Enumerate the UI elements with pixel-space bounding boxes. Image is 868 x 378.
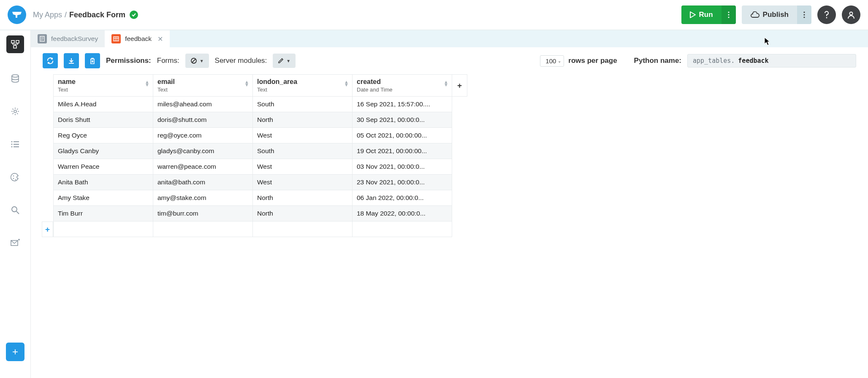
sidebar-add-button[interactable]: +	[6, 343, 24, 361]
column-header-name[interactable]: name Text ▲▼	[54, 75, 153, 97]
table-row[interactable]: Amy Stakeamy@stake.comNorth06 Jan 2022, …	[54, 190, 467, 206]
table-row[interactable]: Doris Shuttdoris@shutt.comNorth30 Sep 20…	[54, 112, 467, 128]
permissions-label: Permissions:	[106, 57, 151, 65]
status-check-icon	[130, 11, 138, 19]
dots-vertical-icon	[728, 11, 730, 18]
refresh-button[interactable]	[43, 53, 58, 68]
sidebar-database-button[interactable]	[8, 71, 23, 86]
cell-email[interactable]: anita@bath.com	[153, 175, 253, 190]
cell-created[interactable]: 18 May 2022, 00:00:0...	[353, 206, 452, 221]
cell-name[interactable]: Miles A.Head	[54, 97, 153, 112]
cell-email[interactable]: tim@burr.com	[153, 206, 253, 221]
tab-label: feedbackSurvey	[51, 35, 98, 43]
cell-area[interactable]: North	[253, 206, 353, 221]
cell-email[interactable]: amy@stake.com	[153, 190, 253, 206]
rows-per-page-select[interactable]: 100 ⌄	[540, 55, 564, 67]
column-header-created[interactable]: created Date and Time ▲▼	[353, 75, 452, 97]
plus-icon: +	[12, 346, 18, 358]
breadcrumb-current[interactable]: Feedback Form	[69, 11, 125, 19]
sort-icon[interactable]: ▲▼	[344, 81, 349, 86]
cell-email[interactable]: miles@ahead.com	[153, 97, 253, 112]
sidebar-list-button[interactable]	[8, 137, 23, 152]
cell-name[interactable]: Doris Shutt	[54, 112, 153, 128]
download-icon	[68, 57, 75, 64]
sort-icon[interactable]: ▲▼	[444, 81, 448, 86]
cell-area[interactable]: North	[253, 112, 353, 128]
empty-cell[interactable]	[253, 221, 353, 237]
add-row-button[interactable]: +	[42, 221, 53, 237]
empty-cell[interactable]	[153, 221, 253, 237]
table-row[interactable]: Tim Burrtim@burr.comNorth18 May 2022, 00…	[54, 206, 467, 221]
sidebar-palette-button[interactable]	[8, 170, 23, 185]
cell-area[interactable]: North	[253, 190, 353, 206]
svg-rect-22	[114, 37, 119, 41]
cell-name[interactable]: Gladys Canby	[54, 143, 153, 159]
rows-per-page-label: rows per page	[568, 57, 617, 65]
account-button[interactable]	[842, 5, 860, 24]
help-button[interactable]	[817, 5, 836, 24]
table-row[interactable]: Reg Oycereg@oyce.comWest05 Oct 2021, 00:…	[54, 128, 467, 143]
cell-email[interactable]: reg@oyce.com	[153, 128, 253, 143]
cell-email[interactable]: warren@peace.com	[153, 159, 253, 175]
table-row-empty[interactable]	[54, 221, 467, 237]
table-row[interactable]: Warren Peacewarren@peace.comWest03 Nov 2…	[54, 159, 467, 175]
cell-name[interactable]: Warren Peace	[54, 159, 153, 175]
empty-cell[interactable]	[353, 221, 452, 237]
search-icon	[11, 205, 20, 215]
cell-created[interactable]: 30 Sep 2021, 00:00:0...	[353, 112, 452, 128]
sidebar-app-button[interactable]	[6, 35, 24, 53]
cell-area[interactable]: South	[253, 97, 353, 112]
table-row[interactable]: Gladys Canbygladys@canby.comSouth19 Oct …	[54, 143, 467, 159]
cell-email[interactable]: doris@shutt.com	[153, 112, 253, 128]
sort-icon[interactable]: ▲▼	[145, 81, 149, 86]
cell-created[interactable]: 23 Nov 2021, 00:00:0...	[353, 175, 452, 190]
delete-button[interactable]	[85, 53, 100, 68]
cell-name[interactable]: Anita Bath	[54, 175, 153, 190]
svg-rect-8	[11, 40, 14, 43]
run-button[interactable]: Run	[681, 5, 722, 24]
cell-created[interactable]: 06 Jan 2022, 00:00:0...	[353, 190, 452, 206]
cell-created[interactable]: 03 Nov 2021, 00:00:0...	[353, 159, 452, 175]
cell-area[interactable]: West	[253, 128, 353, 143]
column-header-london-area[interactable]: london_area Text ▲▼	[253, 75, 353, 97]
tab-feedbacksurvey[interactable]: feedbackSurvey	[31, 30, 105, 47]
cell-created[interactable]: 05 Oct 2021, 00:00:00...	[353, 128, 452, 143]
publish-button[interactable]: Publish	[742, 5, 797, 24]
cell-name[interactable]: Reg Oyce	[54, 128, 153, 143]
cell-email[interactable]: gladys@canby.com	[153, 143, 253, 159]
cell-created[interactable]: 19 Oct 2021, 00:00:00...	[353, 143, 452, 159]
cell-area[interactable]: South	[253, 143, 353, 159]
sort-icon[interactable]: ▲▼	[244, 81, 249, 86]
server-modules-permission-dropdown[interactable]: ▼	[273, 54, 296, 68]
cell-name[interactable]: Tim Burr	[54, 206, 153, 221]
svg-rect-9	[16, 40, 19, 43]
cell-area[interactable]: West	[253, 159, 353, 175]
table-row[interactable]: Anita Bathanita@bath.comWest23 Nov 2021,…	[54, 175, 467, 190]
close-icon[interactable]: ✕	[157, 35, 163, 43]
cell-name[interactable]: Amy Stake	[54, 190, 153, 206]
add-column-button[interactable]: +	[452, 75, 467, 97]
cell-area[interactable]: West	[253, 175, 353, 190]
run-label: Run	[699, 11, 713, 19]
sidebar-settings-button[interactable]	[8, 104, 23, 119]
svg-rect-10	[14, 46, 16, 48]
svg-point-3	[803, 11, 805, 13]
sidebar-search-button[interactable]	[8, 202, 23, 218]
run-dropdown-button[interactable]	[722, 5, 736, 24]
table-row[interactable]: Miles A.Headmiles@ahead.comSouth16 Sep 2…	[54, 97, 467, 112]
publish-dropdown-button[interactable]	[797, 5, 811, 24]
sidebar-inbox-button[interactable]	[8, 235, 23, 251]
data-table: name Text ▲▼ email Text ▲▼ london_area T…	[53, 74, 467, 237]
download-button[interactable]	[64, 53, 79, 68]
python-name-field[interactable]: app_tables. feedback	[687, 54, 856, 68]
column-header-email[interactable]: email Text ▲▼	[153, 75, 253, 97]
play-icon	[690, 11, 696, 18]
empty-cell[interactable]	[54, 221, 153, 237]
tab-feedback[interactable]: feedback ✕	[105, 30, 170, 47]
cell-created[interactable]: 16 Sep 2021, 15:57:00....	[353, 97, 452, 112]
anvil-logo[interactable]	[8, 5, 26, 24]
breadcrumb-parent[interactable]: My Apps	[33, 11, 62, 19]
svg-point-15	[11, 146, 13, 148]
svg-point-6	[826, 17, 827, 19]
forms-permission-dropdown[interactable]: ▼	[185, 54, 209, 68]
